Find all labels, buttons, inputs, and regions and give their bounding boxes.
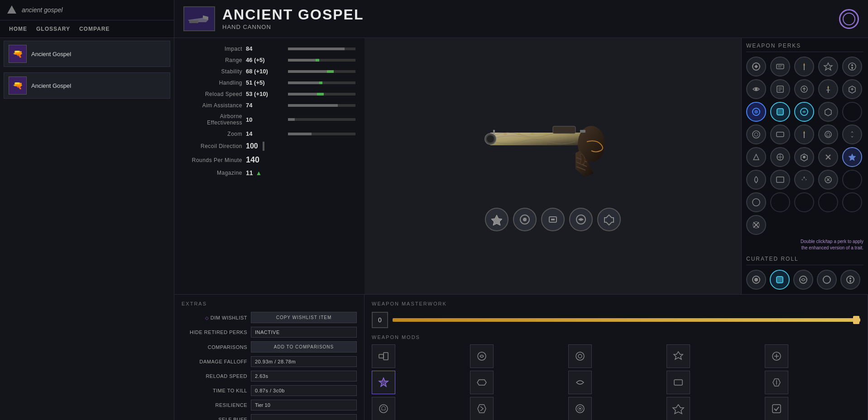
curated-perk-0[interactable]: [746, 270, 766, 290]
weapon-icon: [183, 6, 215, 31]
perk-19[interactable]: [842, 124, 862, 144]
perk-17[interactable]: [794, 124, 814, 144]
perk-6[interactable]: [770, 79, 790, 99]
stat-bar-handling: [288, 81, 355, 84]
mod-2[interactable]: [568, 344, 592, 368]
mod-10[interactable]: [372, 397, 395, 420]
perk-15[interactable]: [746, 124, 766, 144]
perk-3[interactable]: [818, 57, 838, 76]
perk-34[interactable]: [842, 192, 862, 212]
resilience-select[interactable]: Tier 10 Tier 9 Tier 8 Tier 7: [251, 400, 357, 410]
mod-1[interactable]: [470, 344, 494, 368]
svg-point-49: [754, 278, 758, 282]
mod-12[interactable]: [568, 397, 592, 420]
mod-7[interactable]: [568, 371, 592, 394]
curated-perk-2[interactable]: [793, 270, 813, 290]
svg-rect-71: [772, 405, 781, 413]
self-buff-select[interactable]: ---: [251, 414, 357, 420]
reload-speed-extras-label: RELOAD SPEED: [182, 373, 247, 379]
stat-row-stability: Stability 68 (+10): [183, 68, 355, 75]
perk-31[interactable]: [770, 192, 790, 212]
stat-value-rpm: 140: [246, 155, 259, 165]
copy-wishlist-button[interactable]: COPY WISHLIST ITEM: [251, 312, 357, 323]
svg-point-52: [800, 276, 807, 283]
stat-name-aim: Aim Assistance: [183, 102, 242, 109]
stat-name-rpm: Rounds Per Minute: [183, 157, 242, 163]
stat-row-airborne: Airborne Effectiveness 10: [183, 113, 355, 126]
nav-compare[interactable]: COMPARE: [75, 24, 114, 34]
intrinsic-perk-1[interactable]: [513, 208, 537, 231]
perk-20[interactable]: [746, 147, 766, 167]
hide-retired-value: INACTIVE: [251, 327, 357, 338]
perk-13[interactable]: [818, 102, 838, 122]
intrinsic-perk-0[interactable]: [485, 208, 508, 231]
perk-7[interactable]: [794, 79, 814, 99]
sidebar-item-1[interactable]: 🔫 Ancient Gospel: [4, 72, 170, 99]
perk-9[interactable]: [842, 79, 862, 99]
sidebar-item-label-0: Ancient Gospel: [31, 51, 71, 57]
perk-24[interactable]: [842, 147, 862, 167]
nav-glossary[interactable]: GLOSSARY: [32, 24, 75, 34]
mod-14[interactable]: [765, 397, 788, 420]
perk-26[interactable]: [770, 170, 790, 190]
stat-name-zoom: Zoom: [183, 131, 242, 137]
perk-16[interactable]: [770, 124, 790, 144]
extras-title: EXTRAS: [182, 301, 357, 306]
perk-8[interactable]: [818, 79, 838, 99]
perk-33[interactable]: [818, 192, 838, 212]
resilience-label: RESILIENCE: [182, 402, 247, 408]
stat-name-airborne: Airborne Effectiveness: [183, 113, 242, 126]
curated-perk-4[interactable]: [840, 270, 860, 290]
perk-14[interactable]: [842, 102, 862, 122]
perks-panel-title: WEAPON PERKS: [746, 43, 863, 52]
mod-8[interactable]: [667, 371, 690, 394]
perk-11[interactable]: [770, 102, 790, 122]
perk-22[interactable]: [794, 147, 814, 167]
add-to-comparisons-button[interactable]: ADD TO COMPARISONS: [251, 341, 357, 353]
perk-2[interactable]: [794, 57, 814, 76]
intrinsic-perk-4[interactable]: [597, 208, 621, 231]
perk-29[interactable]: [842, 170, 862, 190]
recoil-number: 100: [246, 142, 258, 150]
curated-perk-3[interactable]: [817, 270, 837, 290]
nav-home[interactable]: HOME: [5, 24, 32, 34]
curated-perk-1[interactable]: [770, 270, 790, 290]
perk-1[interactable]: [770, 57, 790, 76]
masterwork-slider[interactable]: [393, 318, 860, 322]
perk-32[interactable]: [794, 192, 814, 212]
weapon-element-circle[interactable]: [839, 9, 859, 29]
mod-3[interactable]: [667, 344, 690, 368]
perk-12[interactable]: [794, 102, 814, 122]
perk-23[interactable]: [818, 147, 838, 167]
svg-point-22: [755, 88, 758, 91]
mod-11[interactable]: [470, 397, 494, 420]
intrinsic-perk-2[interactable]: [541, 208, 565, 231]
comparisons-row: COMPARISONS ADD TO COMPARISONS: [182, 341, 357, 353]
resilience-row: RESILIENCE Tier 10 Tier 9 Tier 8 Tier 7: [182, 400, 357, 410]
perk-30[interactable]: [746, 192, 766, 212]
mod-13[interactable]: [667, 397, 690, 420]
svg-point-31: [754, 110, 758, 114]
perk-21[interactable]: [770, 147, 790, 167]
sidebar-item-0[interactable]: 🔫 Ancient Gospel: [4, 41, 170, 67]
intrinsic-perk-3[interactable]: [569, 208, 593, 231]
mod-4[interactable]: [765, 344, 788, 368]
mod-0[interactable]: [372, 344, 395, 368]
perk-5[interactable]: [746, 79, 766, 99]
stat-row-magazine: Magazine 11 ▲: [183, 169, 355, 177]
svg-marker-43: [849, 153, 856, 161]
perk-25[interactable]: [746, 170, 766, 190]
mod-9[interactable]: [765, 371, 788, 394]
perk-18[interactable]: [818, 124, 838, 144]
perk-0[interactable]: [746, 57, 766, 76]
perk-35[interactable]: [746, 215, 766, 235]
mod-5[interactable]: [372, 371, 395, 394]
perk-27[interactable]: [794, 170, 814, 190]
perk-28[interactable]: [818, 170, 838, 190]
svg-point-21: [851, 64, 853, 66]
perk-10[interactable]: [746, 102, 766, 122]
mod-6[interactable]: [470, 371, 494, 394]
perks-grid: [746, 57, 863, 235]
damage-falloff-value: 20.93m / 28.78m: [251, 356, 357, 367]
perk-4[interactable]: [842, 57, 862, 76]
